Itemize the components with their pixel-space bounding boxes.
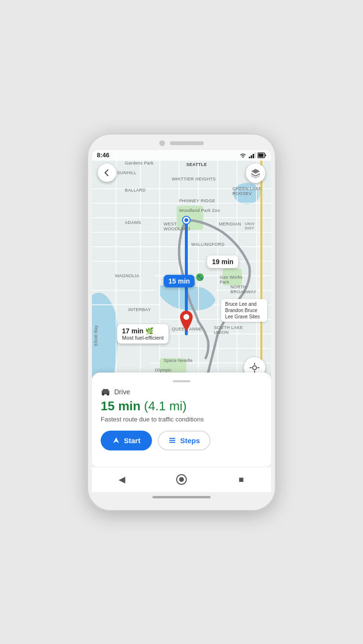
- battery-icon: [257, 152, 266, 158]
- phone-frame: 8:46: [87, 134, 276, 511]
- recents-nav-button[interactable]: ■: [234, 473, 248, 486]
- map-label-magnolia: MAGNOLIA: [115, 273, 139, 278]
- action-buttons: Start Steps: [101, 431, 262, 450]
- map-area: SEATTLE BALLARD WHITTIER HEIGHTS GREEN L…: [92, 150, 271, 387]
- svg-rect-7: [265, 154, 266, 156]
- layers-icon: [250, 168, 261, 179]
- navigation-icon: [112, 436, 120, 444]
- home-circle-icon: [176, 474, 187, 485]
- svg-point-49: [102, 393, 105, 395]
- back-nav-button[interactable]: ◀: [115, 473, 129, 486]
- route-bubble-15min[interactable]: 15 min: [164, 275, 195, 287]
- home-indicator: [152, 496, 211, 498]
- map-label-gasworks: Gas WorksPark: [220, 275, 242, 285]
- svg-rect-48: [103, 389, 108, 391]
- time-distance-row: 15 min (4.1 mi): [101, 399, 262, 414]
- map-svg: [92, 150, 271, 387]
- map-label-spaceneedle: Space Needle: [164, 358, 193, 363]
- route-time: 15 min: [101, 399, 140, 413]
- map-label-whittier: WHITTIER HEIGHTS: [172, 177, 216, 181]
- map-label-queenanne: QUEEN ANNE: [172, 327, 202, 331]
- map-label-greenlake: GREEN LAKEROOSEV: [232, 186, 262, 196]
- back-icon: [103, 168, 111, 177]
- android-nav-bar: ◀ ■: [92, 467, 271, 492]
- bruce-lee-label: Bruce Lee and Brandon Bruce Lee Grave Si…: [221, 299, 267, 322]
- home-nav-button[interactable]: [175, 473, 188, 486]
- status-icons: [239, 152, 266, 158]
- map-label-adams: ADAMS: [125, 220, 141, 225]
- map-label-westwood: WESTWOODLAND: [164, 222, 190, 231]
- svg-rect-2: [251, 155, 252, 158]
- svg-point-50: [107, 393, 109, 395]
- svg-rect-3: [253, 154, 254, 158]
- map-label-elliottbay: Elliott Bay: [93, 325, 98, 345]
- map-label-seattle: SEATTLE: [186, 162, 207, 167]
- map-label-interbay: INTERBAY: [128, 307, 151, 312]
- signal-icon: [249, 152, 256, 158]
- layers-button[interactable]: [246, 164, 265, 183]
- map-label-phinney: PHINNEY RIDGE: [179, 198, 215, 203]
- svg-point-41: [183, 314, 189, 320]
- map-label-meridian: MERIDIAN: [219, 222, 241, 226]
- svg-point-55: [179, 477, 184, 482]
- location-icon: [249, 362, 260, 374]
- wifi-icon: [239, 152, 247, 158]
- map-label-univ: UNIVDIST: [245, 222, 255, 230]
- route-bubble-efficient[interactable]: 17 min 🌿 Most fuel-efficient: [117, 324, 168, 344]
- bottom-panel: Drive 15 min (4.1 mi) Fastest route due …: [92, 373, 271, 467]
- map-label-wallingford: WALLINGFORD: [191, 242, 225, 247]
- svg-rect-6: [258, 153, 264, 157]
- phone-top-bar: [87, 134, 276, 146]
- start-button[interactable]: Start: [101, 431, 152, 450]
- map-label-ballard: BALLARD: [125, 188, 146, 193]
- map-label-northbway: NORTHBROADWAY: [230, 285, 257, 294]
- fremont-troll-marker: 🐾: [196, 273, 204, 281]
- car-icon: [101, 388, 110, 396]
- map-label-gardenpark: Gardens Park: [125, 161, 153, 165]
- route-bubble-19min[interactable]: 19 min: [207, 255, 238, 268]
- back-button[interactable]: [98, 164, 116, 182]
- phone-speaker: [170, 141, 204, 145]
- svg-point-42: [253, 366, 257, 370]
- drive-row: Drive: [101, 388, 262, 396]
- map-label-southlake: SOUTH LAKEUNION: [214, 325, 243, 335]
- front-camera: [159, 140, 165, 146]
- status-bar: 8:46: [92, 150, 271, 161]
- phone-screen: 8:46: [92, 150, 271, 467]
- svg-point-0: [242, 156, 243, 157]
- map-label-woodland: Woodland Park Zoo: [179, 208, 220, 213]
- drive-label: Drive: [114, 388, 130, 396]
- svg-rect-1: [249, 157, 250, 158]
- list-icon: [168, 436, 176, 444]
- route-distance: (4.1 mi): [144, 399, 187, 413]
- steps-button[interactable]: Steps: [158, 431, 211, 450]
- map-label-sunhill: SUNHILL: [117, 170, 136, 175]
- svg-rect-4: [255, 152, 256, 158]
- status-time: 8:46: [97, 151, 109, 159]
- drag-handle: [173, 380, 190, 382]
- route-description: Fastest route due to traffic conditions: [101, 416, 262, 423]
